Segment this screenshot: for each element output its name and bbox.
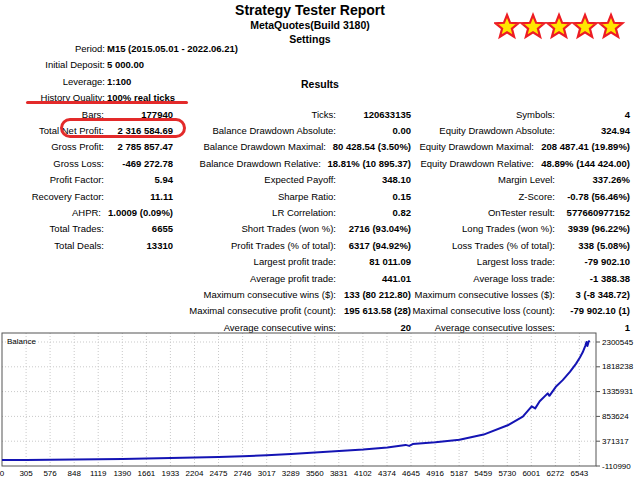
stat-label: Sharpe Ratio: xyxy=(278,191,336,202)
stat-label: Expected Payoff: xyxy=(264,174,336,185)
x-axis-label: 2746 xyxy=(234,469,252,478)
stat-row: 338 (5.08%)Loss Trades (% of total): xyxy=(412,238,630,254)
stat-value: 0.00 xyxy=(393,125,412,136)
stat-label: Maximum consecutive losses ($): xyxy=(415,289,555,300)
stat-row: 2 785 857.47Gross Profit: xyxy=(0,139,173,155)
stat-row: 2716 (93.04%)Short Trades (won %): xyxy=(225,221,411,237)
stats-column-middle: 120633135Ticks:0.00Balance Drawdown Abso… xyxy=(225,107,411,336)
stat-value: 81 011.09 xyxy=(369,256,411,267)
settings-row: History Quality:100% real ticks xyxy=(0,90,280,106)
stat-value: -79 902.10 xyxy=(585,256,630,267)
x-axis-label: 6543 xyxy=(571,469,589,478)
stat-label: Maximal consecutive loss (count): xyxy=(412,305,555,316)
x-axis-label: 5187 xyxy=(450,469,468,478)
setting-value: 1:100 xyxy=(107,76,131,87)
stat-row: 3 (-8 348.72)Maximum consecutive losses … xyxy=(412,287,630,303)
stat-row: 11.11Recovery Factor: xyxy=(0,189,173,205)
stat-row: 577660977152OnTester result: xyxy=(412,205,630,221)
stat-row: 48.89% (144 424.00)Equity Drawdown Relat… xyxy=(412,156,630,172)
stat-row: 208 487.41 (19.89%)Equity Drawdown Maxim… xyxy=(412,139,630,155)
setting-label: Period: xyxy=(0,43,105,54)
stat-row: 133 (80 212.80)Maximum consecutive wins … xyxy=(225,287,411,303)
stats-column-right: 4Symbols:324.94Equity Drawdown Absolute:… xyxy=(412,107,630,336)
stat-value: 11.11 xyxy=(150,191,173,202)
stat-value: 0.15 xyxy=(393,191,412,202)
star-icon xyxy=(574,15,597,37)
stat-label: Loss Trades (% of total): xyxy=(452,240,555,251)
stat-value: 18.81% (10 895.37) xyxy=(328,158,411,169)
balance-line xyxy=(2,341,590,460)
stat-value: 5.94 xyxy=(155,174,174,185)
stat-row: 3939 (96.22%)Long Trades (won %): xyxy=(412,221,630,237)
settings-row: Initial Deposit:5 000.00 xyxy=(0,57,280,73)
stat-row: 6655Total Trades: xyxy=(0,221,173,237)
stat-value: 324.94 xyxy=(601,125,630,136)
stat-label: Recovery Factor: xyxy=(32,191,104,202)
star-icon xyxy=(522,15,545,37)
stat-row: 6317 (94.92%)Profit Trades (% of total): xyxy=(225,238,411,254)
stat-label: Long Trades (won %): xyxy=(462,223,555,234)
x-axis-label: 4916 xyxy=(426,469,444,478)
stat-value: 348.10 xyxy=(382,174,411,185)
x-axis-label: 3289 xyxy=(282,469,300,478)
stat-label: Gross Profit: xyxy=(51,141,104,152)
stat-value: 4 xyxy=(625,109,630,120)
stat-label: OnTester result: xyxy=(488,207,555,218)
stat-value: -1 388.38 xyxy=(590,273,630,284)
x-axis-label: 1661 xyxy=(138,469,156,478)
settings-table: Period:M15 (2015.05.01 - 2022.06.21)Init… xyxy=(0,41,280,107)
stat-label: Largest profit trade: xyxy=(254,256,336,267)
stat-row: -0.78 (56.46%)Z-Score: xyxy=(412,189,630,205)
x-axis-label: 0 xyxy=(0,469,5,478)
x-axis-label: 2204 xyxy=(186,469,204,478)
stat-label: Symbols: xyxy=(516,109,555,120)
chart-legend-balance: Balance xyxy=(7,337,36,346)
x-axis-label: 2475 xyxy=(210,469,228,478)
x-axis-label: 5459 xyxy=(474,469,492,478)
x-axis-label: 3831 xyxy=(330,469,348,478)
stat-value: 338 (5.08%) xyxy=(578,240,630,251)
stat-row: 80 428.54 (3.50%)Balance Drawdown Maxima… xyxy=(225,139,411,155)
x-axis-label: 4645 xyxy=(402,469,420,478)
stat-row: -79 902.10 (1)Maximal consecutive loss (… xyxy=(412,303,630,319)
stat-label: Balance Drawdown Maximal: xyxy=(204,141,327,152)
stat-value: 6655 xyxy=(152,223,173,234)
stat-value: 337.26% xyxy=(592,174,630,185)
stat-row: 0.82LR Correlation: xyxy=(225,205,411,221)
stat-value: 577660977152 xyxy=(567,207,630,218)
stat-label: Maximal consecutive profit (count): xyxy=(189,305,336,316)
y-axis-label: -110990 xyxy=(602,462,631,471)
stat-row: -79 902.10Largest loss trade: xyxy=(412,254,630,270)
x-axis-label: 1390 xyxy=(113,469,131,478)
stat-row: 348.10Expected Payoff: xyxy=(225,172,411,188)
stat-label: Profit Factor: xyxy=(50,174,104,185)
stat-label: Gross Loss: xyxy=(53,158,104,169)
stat-value: 441.01 xyxy=(382,273,411,284)
stat-label: Ticks: xyxy=(312,109,336,120)
stat-row: 441.01Average profit trade: xyxy=(225,271,411,287)
stat-label: Balance Drawdown Relative: xyxy=(200,158,321,169)
stat-value: -469 272.78 xyxy=(122,158,173,169)
stat-row: -1 388.38Average loss trade: xyxy=(412,271,630,287)
stat-value: 0.82 xyxy=(393,207,412,218)
star-icon xyxy=(548,15,571,37)
x-axis-label: 576 xyxy=(43,469,57,478)
x-axis-label: 4102 xyxy=(354,469,372,478)
stat-value: 1.0009 (0.09%) xyxy=(108,207,173,218)
stat-label: Largest loss trade: xyxy=(477,256,555,267)
stat-label: LR Correlation: xyxy=(272,207,336,218)
stat-label: Balance Drawdown Absolute: xyxy=(212,125,336,136)
x-axis-label: 1119 xyxy=(90,469,107,478)
settings-row: Period:M15 (2015.05.01 - 2022.06.21) xyxy=(0,41,280,57)
stat-value: -79 902.10 (1) xyxy=(570,305,630,316)
rating-stars-icon xyxy=(494,12,626,42)
stat-label: Equity Drawdown Relative: xyxy=(420,158,534,169)
stat-label: Z-Score: xyxy=(519,191,555,202)
x-axis-label: 848 xyxy=(68,469,82,478)
x-axis-label: 3560 xyxy=(306,469,324,478)
stat-value: 80 428.54 (3.50%) xyxy=(333,141,411,152)
stat-row: 81 011.09Largest profit trade: xyxy=(225,254,411,270)
stat-row: -469 272.78Gross Loss: xyxy=(0,156,173,172)
y-axis-label: 853624 xyxy=(602,412,629,421)
stat-row: 324.94Equity Drawdown Absolute: xyxy=(412,123,630,139)
